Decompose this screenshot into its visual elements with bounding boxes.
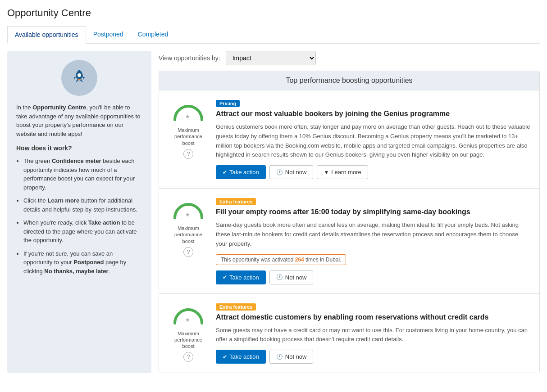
card-title-genius: Attract our most valuable bookers by joi…: [216, 110, 530, 118]
badge-same-day: Extra features: [216, 198, 256, 205]
clock-icon: 🕐: [276, 169, 283, 176]
badge-genius: Pricing: [216, 100, 240, 107]
card-actions-genius: ✔ Take action 🕐 Not now ▼ Learn more: [216, 165, 530, 179]
rocket-icon: [69, 68, 89, 88]
not-now-button-domestic[interactable]: 🕐 Not now: [269, 350, 314, 364]
checkmark-icon-3: ✔: [223, 354, 227, 360]
rocket-circle: [61, 60, 97, 96]
content-area: In the Opportunity Centre, you'll be abl…: [7, 51, 540, 373]
opportunity-card-genius: ★ Maximum performance boost ? Pricing At…: [159, 90, 539, 189]
sidebar: In the Opportunity Centre, you'll be abl…: [7, 51, 151, 373]
sidebar-icon-area: [16, 60, 142, 96]
opportunity-card-same-day: ★ Maximum performance boost ? Extra feat…: [159, 189, 539, 293]
take-action-button-domestic[interactable]: ✔ Take action: [216, 350, 266, 364]
take-action-button-genius[interactable]: ✔ Take action: [216, 165, 266, 179]
tabs-container: Available opportunities Postponed Comple…: [7, 26, 540, 44]
badge-domestic: Extra features: [216, 303, 256, 311]
card-actions-domestic: ✔ Take action 🕐 Not now: [216, 350, 530, 364]
gauge-info-same-day[interactable]: ?: [183, 247, 193, 257]
gauge-svg: ★: [170, 99, 206, 122]
card-desc-genius: Genius customers book more often, stay l…: [216, 122, 530, 160]
card-desc-same-day: Same-day guests book more often and canc…: [216, 221, 530, 248]
gauge-label-genius: Maximum performance boost: [168, 127, 209, 146]
bullet-1: The green Confidence meter beside each o…: [23, 157, 142, 192]
svg-text:★: ★: [185, 113, 190, 120]
gauge-label-same-day: Maximum performance boost: [168, 225, 209, 244]
gauge-info-domestic[interactable]: ?: [183, 352, 193, 362]
opportunity-card-domestic: ★ Maximum performance boost ? Extra feat…: [159, 294, 539, 373]
gauge-svg-2: ★: [170, 198, 206, 220]
bullet-3: When you're ready, click Take action to …: [23, 218, 142, 245]
gauge-arc-container-3: ★: [170, 303, 206, 328]
gauge-domestic: ★ Maximum performance boost ?: [168, 303, 209, 364]
card-body-domestic: Extra features Attract domestic customer…: [216, 303, 530, 364]
gauge-info-genius[interactable]: ?: [183, 149, 193, 159]
card-body-genius: Pricing Attract our most valuable booker…: [216, 99, 530, 179]
alert-same-day: This opportunity was activated 264 times…: [216, 254, 346, 265]
checkmark-icon-2: ✔: [223, 274, 227, 280]
svg-text:★: ★: [185, 317, 190, 323]
tab-completed[interactable]: Completed: [131, 26, 176, 44]
gauge-same-day: ★ Maximum performance boost ?: [168, 198, 209, 284]
view-by-row: View opportunities by: Impact Category D…: [159, 51, 540, 65]
chevron-down-icon: ▼: [324, 169, 329, 176]
brand-name: Opportunity Centre: [32, 104, 86, 111]
sidebar-bullets: The green Confidence meter beside each o…: [23, 157, 142, 275]
bullet-2: Click the Learn more button for addition…: [23, 196, 142, 214]
card-desc-domestic: Some guests may not have a credit card o…: [216, 326, 530, 345]
card-body-same-day: Extra features Fill your empty rooms aft…: [216, 198, 530, 284]
bullet-4: If you're not sure, you can save an oppo…: [23, 249, 142, 276]
not-now-button-genius[interactable]: 🕐 Not now: [269, 165, 314, 179]
card-title-same-day: Fill your empty rooms after 16:00 today …: [216, 208, 530, 216]
gauge-arc-container-2: ★: [170, 198, 206, 222]
box-header: Top performance boosting opportunities: [159, 71, 539, 90]
learn-more-button-genius[interactable]: ▼ Learn more: [317, 165, 368, 179]
opportunities-box: Top performance boosting opportunities ★: [159, 71, 540, 373]
not-now-button-same-day[interactable]: 🕐 Not now: [269, 270, 314, 284]
clock-icon-3: 🕐: [276, 354, 283, 360]
alert-highlight: 264: [295, 257, 304, 263]
checkmark-icon: ✔: [223, 169, 227, 176]
view-by-select[interactable]: Impact Category Date: [226, 51, 316, 65]
gauge-genius: ★ Maximum performance boost ?: [168, 99, 209, 179]
page-title: Opportunity Centre: [7, 7, 540, 19]
tab-postponed[interactable]: Postponed: [86, 26, 131, 44]
card-actions-same-day: ✔ Take action 🕐 Not now: [216, 270, 530, 284]
alert-text1: This opportunity was activated: [221, 257, 295, 263]
sidebar-description: In the Opportunity Centre, you'll be abl…: [16, 103, 142, 275]
take-action-button-same-day[interactable]: ✔ Take action: [216, 270, 266, 284]
alert-text2: times in Dubai.: [304, 257, 342, 263]
svg-point-0: [77, 73, 81, 77]
gauge-svg-3: ★: [170, 303, 206, 325]
svg-text:★: ★: [185, 212, 190, 218]
main-area: View opportunities by: Impact Category D…: [159, 51, 540, 373]
how-title: How does it work?: [16, 144, 142, 153]
card-title-domestic: Attract domestic customers by enabling r…: [216, 313, 530, 321]
tab-available[interactable]: Available opportunities: [7, 26, 86, 44]
gauge-arc-container: ★: [170, 99, 206, 124]
gauge-label-domestic: Maximum performance boost: [168, 330, 209, 350]
clock-icon-2: 🕐: [276, 274, 283, 280]
view-by-label: View opportunities by:: [159, 54, 220, 62]
